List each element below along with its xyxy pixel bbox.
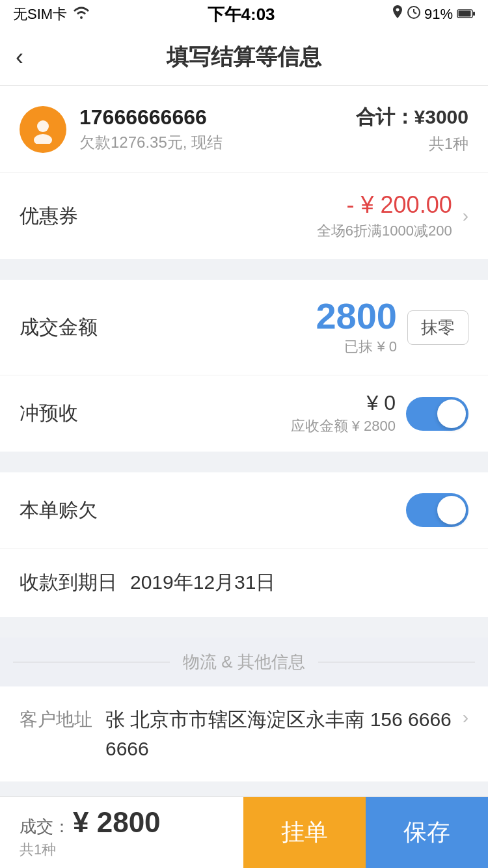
user-info-section: 17666666666 欠款1276.35元, 现结 合计：¥3000 共1种 …	[0, 86, 488, 259]
svg-rect-5	[473, 12, 475, 16]
status-time: 下午4:03	[208, 3, 275, 26]
user-info-main: 17666666666 欠款1276.35元, 现结	[79, 105, 356, 153]
back-button[interactable]: ‹	[16, 44, 23, 71]
pre-collect-desc: 应收金额 ¥ 2800	[291, 416, 396, 436]
wipe-zero-button[interactable]: 抹零	[407, 310, 468, 345]
deal-amount-wrap: 2800 已抹 ¥ 0	[316, 298, 397, 357]
coupon-value: - ¥ 200.00 全场6折满1000减200	[317, 191, 452, 241]
user-total: 合计：¥3000 共1种	[356, 104, 468, 154]
deal-amount-label: 成交金额	[20, 314, 316, 341]
address-row[interactable]: 客户地址 张 北京市市辖区海淀区永丰南 156 6666 6666 ›	[0, 686, 488, 781]
debt-label: 本单赊欠	[20, 497, 406, 524]
deal-amount-value: 2800	[316, 298, 397, 334]
total-amount: 合计：¥3000	[356, 104, 468, 131]
bottom-info: 成交： ¥ 2800 共1种	[0, 806, 243, 860]
coupon-arrow-icon: ›	[463, 206, 468, 226]
pre-collect-label: 冲预收	[20, 400, 291, 427]
status-bar: 无SIM卡 下午4:03 91%	[0, 0, 488, 29]
pre-collect-amount: ¥ 0	[291, 391, 396, 415]
clock-icon	[407, 6, 420, 23]
logistics-divider-text: 物流 & 其他信息	[183, 651, 305, 673]
address-content: 张 北京市市辖区海淀区永丰南 156 6666 6666	[105, 705, 463, 763]
status-right: 91%	[392, 5, 475, 23]
battery-icon	[457, 6, 475, 23]
due-date-value: 2019年12月31日	[130, 569, 275, 596]
address-arrow-icon: ›	[463, 705, 468, 728]
deal-amount-right: 2800 已抹 ¥ 0 抹零	[316, 298, 468, 357]
svg-rect-4	[459, 11, 471, 17]
svg-line-2	[414, 12, 416, 14]
pre-collect-right: ¥ 0 应收金额 ¥ 2800	[291, 391, 468, 436]
nav-bar: ‹ 填写结算等信息	[0, 29, 488, 86]
bottom-bar: 成交： ¥ 2800 共1种 挂单 保存	[0, 796, 488, 868]
separator-3	[0, 627, 488, 638]
save-button[interactable]: 保存	[366, 797, 488, 869]
bottom-deal-amount: ¥ 2800	[73, 806, 161, 839]
deal-section: 成交金额 2800 已抹 ¥ 0 抹零 冲预收 ¥ 0 应收金额 ¥ 2800	[0, 280, 488, 452]
hang-order-button[interactable]: 挂单	[243, 797, 366, 869]
debt-toggle-knob	[437, 496, 466, 524]
user-debt: 欠款1276.35元, 现结	[79, 132, 356, 153]
address-label: 客户地址	[20, 705, 92, 732]
bottom-deal-label: 成交：	[20, 815, 70, 838]
coupon-label: 优惠券	[20, 203, 317, 230]
pre-collect-toggle[interactable]	[406, 397, 468, 431]
separator-2	[0, 462, 488, 472]
coupon-desc: 全场6折满1000减200	[317, 221, 452, 241]
coupon-row[interactable]: 优惠券 - ¥ 200.00 全场6折满1000减200 ›	[0, 172, 488, 259]
location-icon	[392, 5, 403, 23]
svg-point-7	[34, 134, 52, 144]
logistics-divider: 物流 & 其他信息	[0, 638, 488, 686]
deal-amount-row: 成交金额 2800 已抹 ¥ 0 抹零	[0, 280, 488, 375]
svg-point-6	[37, 120, 49, 132]
debt-toggle[interactable]	[406, 493, 468, 527]
due-date-label: 收款到期日	[20, 569, 117, 596]
user-phone: 17666666666	[79, 105, 356, 129]
due-date-row: 收款到期日 2019年12月31日	[0, 548, 488, 617]
bottom-deal-count: 共1种	[20, 840, 224, 860]
deal-wiped-text: 已抹 ¥ 0	[316, 337, 397, 357]
wifi-icon	[72, 6, 90, 23]
debt-row: 本单赊欠	[0, 472, 488, 548]
sim-status: 无SIM卡	[13, 5, 67, 24]
battery-percent: 91%	[424, 6, 453, 23]
divider-line-left	[13, 662, 170, 662]
status-left: 无SIM卡	[13, 5, 90, 24]
debt-section: 本单赊欠 收款到期日 2019年12月31日	[0, 472, 488, 617]
pre-collect-row: 冲预收 ¥ 0 应收金额 ¥ 2800	[0, 375, 488, 452]
page-title: 填写结算等信息	[167, 42, 321, 72]
address-section: 客户地址 张 北京市市辖区海淀区永丰南 156 6666 6666 ›	[0, 686, 488, 781]
divider-line-right	[318, 662, 475, 662]
avatar	[20, 106, 66, 153]
pre-collect-amount-wrap: ¥ 0 应收金额 ¥ 2800	[291, 391, 396, 436]
separator-1	[0, 269, 488, 280]
user-info-row: 17666666666 欠款1276.35元, 现结 合计：¥3000 共1种	[0, 86, 488, 172]
toggle-knob	[437, 400, 466, 428]
coupon-discount: - ¥ 200.00	[317, 191, 452, 219]
total-count: 共1种	[356, 133, 468, 154]
